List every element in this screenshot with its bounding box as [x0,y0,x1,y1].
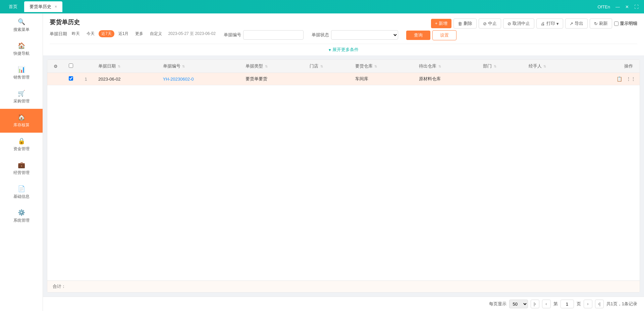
date-shortcut-7days[interactable]: 近7天 [99,30,114,37]
quick-nav-icon: 🏠 [18,42,25,49]
td-checkbox[interactable] [64,73,77,85]
query-button[interactable]: 查询 [406,31,430,40]
th-settings[interactable]: ⚙ [47,60,64,73]
sidebar-item-finance-mgmt-label: 资金管理 [13,146,30,152]
sidebar-item-basic-info[interactable]: 📄 基础信息 [0,180,43,204]
th-doc-type[interactable]: 单据类型 ⇅ [241,60,306,73]
table-footer: 合计： [47,280,640,292]
date-shortcut-custom[interactable]: 自定义 [147,30,165,37]
chevron-down-icon: ▾ [329,47,331,52]
stop-button[interactable]: ⊘ 中止 [479,18,501,29]
td-pending-warehouse: 原材料仓库 [415,73,479,85]
display-detail-toggle[interactable]: 显示明细 [614,20,637,27]
sidebar-item-operations-mgmt-label: 经营管理 [13,170,30,176]
date-filter-label: 单据日期 [50,31,67,37]
last-page-button[interactable]: ›| [595,300,604,308]
tab-requisition-history-label: 要货单历史 [30,4,51,10]
td-doc-date: 2023-06-02 [94,73,159,85]
sidebar-item-purchase-mgmt[interactable]: 🛒 采购管理 [0,85,43,109]
prev-page-button[interactable]: ‹ [542,300,551,308]
table-row: 1 2023-06-02 YH-20230602-0 要货单要货 车间库 原材料… [47,73,640,85]
sidebar-item-sales-mgmt[interactable]: 📊 销售管理 [0,61,43,85]
td-settings [47,73,64,85]
th-store[interactable]: 门店 ⇅ [306,60,351,73]
expand-more-button[interactable]: ▾ 展开更多条件 [329,45,359,54]
maximize-icon[interactable]: ⛶ [634,4,639,9]
page-size-select[interactable]: 20 50 100 [509,300,528,308]
top-bar: 首页 要货单历史 × OfTEn — ✕ ⛶ [0,0,644,13]
td-doc-number: YH-20230602-0 [159,73,242,85]
purchase-mgmt-icon: 🛒 [18,90,25,97]
sidebar-item-quick-nav[interactable]: 🏠 快捷导航 [0,37,43,61]
th-doc-date[interactable]: 单据日期 ⇅ [94,60,159,73]
top-bar-right: OfTEn — ✕ ⛶ [597,4,639,9]
export-icon: ↗ [570,21,573,26]
tab-home[interactable]: 首页 [3,1,23,12]
row-checkbox[interactable] [69,76,73,81]
sidebar-item-system-mgmt[interactable]: ⚙️ 系统管理 [0,204,43,228]
sidebar-item-search-menu[interactable]: 🔍 搜索菜单 [0,13,43,37]
th-checkbox[interactable] [64,60,77,73]
next-page-button[interactable]: › [584,300,592,308]
sidebar-item-inventory[interactable]: 🏠 库存核算 [0,109,43,133]
settings-button[interactable]: 设置 [432,30,457,40]
page-header-wrapper: 要货单历史 + 新增 🗑 删除 ⊘ 中止 [43,13,644,55]
finance-mgmt-icon: 🔒 [18,137,25,145]
td-req-warehouse: 车间库 [351,73,415,85]
refresh-icon: ↻ [594,21,598,26]
sort-pending-warehouse-icon: ⇅ [438,64,441,68]
sidebar-item-system-mgmt-label: 系统管理 [13,218,30,223]
row-edit-button[interactable]: 📋 [615,76,624,82]
close-icon[interactable]: ✕ [625,4,629,9]
date-shortcut-today[interactable]: 今天 [84,30,97,37]
tab-requisition-history[interactable]: 要货单历史 × [24,1,62,12]
doc-number-label: 单据编号 [224,32,241,38]
page-title: 要货单历史 [50,18,80,26]
td-handler [525,73,579,85]
export-button[interactable]: ↗ 导出 [565,18,588,29]
delete-button[interactable]: 🗑 删除 [453,18,477,29]
status-select[interactable] [331,30,398,40]
page-number-input[interactable] [560,300,574,308]
system-mgmt-icon: ⚙️ [18,209,25,216]
doc-number-link[interactable]: YH-20230602-0 [163,77,194,82]
cancel-stop-button[interactable]: ⊘ 取消中止 [503,18,534,29]
status-label: 单据状态 [312,32,329,38]
sidebar-item-basic-info-label: 基础信息 [13,194,30,199]
stop-icon: ⊘ [483,21,487,26]
date-shortcut-yesterday[interactable]: 昨天 [69,30,83,37]
td-department [479,73,524,85]
display-detail-checkbox[interactable] [614,21,619,26]
pagination-bar: 每页显示 20 50 100 |‹ ‹ 第 页 › ›| 共1页，1条记录 [43,297,644,311]
sidebar-item-search-menu-label: 搜索菜单 [13,27,30,33]
sidebar-item-inventory-label: 库存核算 [13,122,30,128]
th-handler[interactable]: 经手人 ⇅ [525,60,579,73]
page-content: 要货单历史 + 新增 🗑 删除 ⊘ 中止 [43,13,644,311]
print-button[interactable]: 🖨 打印 ▾ [536,18,563,29]
minimize-icon[interactable]: — [615,4,620,9]
select-all-checkbox[interactable] [69,63,73,68]
th-actions: 操作 [579,60,640,73]
add-button[interactable]: + 新增 [431,19,451,28]
table-area: ⚙ 单据日期 ⇅ 单据编号 [47,59,640,293]
row-more-button[interactable]: ⋮⋮ [625,76,637,82]
th-req-warehouse[interactable]: 要货仓库 ⇅ [351,60,415,73]
th-pending-warehouse[interactable]: 待出仓库 ⇅ [415,60,479,73]
tab-close-icon[interactable]: × [55,4,57,9]
sidebar-item-operations-mgmt[interactable]: 💼 经营管理 [0,157,43,180]
often-label[interactable]: OfTEn [597,4,610,9]
refresh-button[interactable]: ↻ 刷新 [590,18,612,29]
date-shortcut-more[interactable]: 更多 [132,30,146,37]
first-page-button[interactable]: |‹ [531,300,539,308]
th-department[interactable]: 部门 ⇅ [479,60,524,73]
sales-mgmt-icon: 📊 [18,66,25,73]
th-doc-number[interactable]: 单据编号 ⇅ [159,60,242,73]
inventory-icon: 🏠 [18,114,25,121]
doc-number-input[interactable] [243,30,304,40]
status-filter-group: 单据状态 [312,30,398,40]
table-wrapper: ⚙ 单据日期 ⇅ 单据编号 [47,60,640,280]
total-info: 共1页，1条记录 [606,301,637,307]
sort-department-icon: ⇅ [494,64,496,68]
date-shortcut-1month[interactable]: 近1月 [116,30,131,37]
sidebar-item-finance-mgmt[interactable]: 🔒 资金管理 [0,133,43,157]
